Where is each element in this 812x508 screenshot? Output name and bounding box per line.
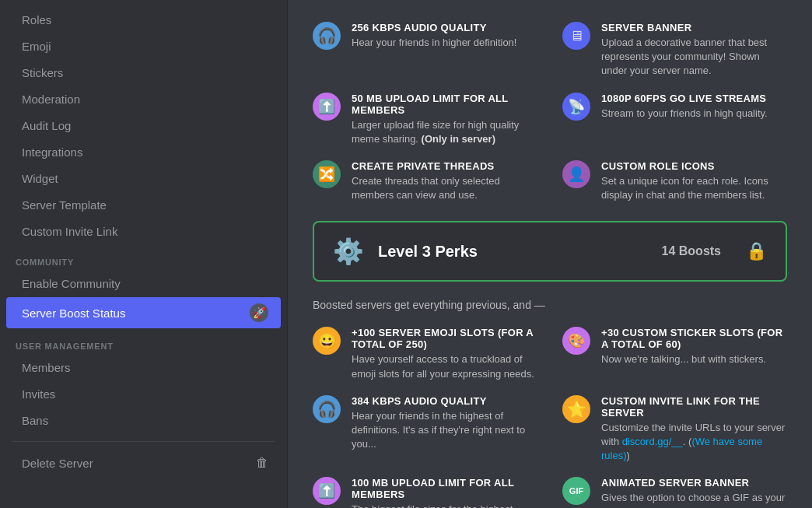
sidebar-item-emoji[interactable]: Emoji [6,33,281,59]
server-boost-icon: 🚀 [250,303,268,322]
discord-gg-link[interactable]: discord.gg/__ [622,436,683,447]
perk-custom-invite: ⭐ CUSTOM INVITE LINK FOR THE SERVER Cust… [562,395,787,464]
sidebar-item-roles[interactable]: Roles [6,7,281,33]
sidebar-item-invites[interactable]: Invites [6,381,281,407]
level-card: ⚙️ Level 3 Perks 14 Boosts 🔒 [313,221,787,282]
perk-icon-audio-quality: 🎧 [313,22,341,50]
perk-audio-quality: 🎧 256 KBPS AUDIO QUALITY Hear your frien… [313,22,537,79]
perk-custom-role-icons: 👤 CUSTOM ROLE ICONS Set a unique icon fo… [562,160,787,202]
sidebar-item-delete-server[interactable]: Delete Server 🗑 [6,450,281,476]
perk-icon-emoji-slots: 😀 [313,327,341,355]
perk-audio-384: 🎧 384 KBPS AUDIO QUALITY Hear your frien… [313,395,537,464]
perk-upload-limit: ⬆️ 50 MB UPLOAD LIMIT FOR ALL MEMBERS La… [313,93,537,146]
main-content: 🎧 256 KBPS AUDIO QUALITY Hear your frien… [288,0,812,508]
perk-go-live: 📡 1080P 60FPS GO LIVE STREAMS Stream to … [562,93,787,146]
sidebar-item-enable-community[interactable]: Enable Community [6,271,281,296]
sidebar-item-audit-log[interactable]: Audit Log [6,113,281,138]
sidebar-item-widget[interactable]: Widget [6,166,281,191]
perk-icon-private-threads: 🔀 [313,160,341,188]
perk-icon-upload-limit: ⬆️ [313,93,341,121]
perk-upload-100: ⬆️ 100 MB UPLOAD LIMIT FOR ALL MEMBERS T… [313,477,537,508]
perk-icon-server-banner: 🖥 [562,22,590,50]
sidebar-section-community-label: COMMUNITY [0,245,287,270]
sidebar-item-members[interactable]: Members [6,355,281,380]
bottom-perks-grid: 😀 +100 SERVER EMOJI SLOTS (FOR A TOTAL O… [313,327,787,508]
perk-server-banner: 🖥 SERVER BANNER Upload a decorative bann… [562,22,787,79]
sidebar-item-server-template[interactable]: Server Template [6,192,281,218]
perk-icon-audio-384: 🎧 [313,395,341,423]
perk-icon-go-live: 📡 [562,93,590,121]
perk-icon-sticker-slots: 🎨 [562,327,590,355]
perk-icon-animated-banner: GIF [562,477,590,505]
perk-icon-upload-100: ⬆️ [313,477,341,505]
perk-emoji-slots: 😀 +100 SERVER EMOJI SLOTS (FOR A TOTAL O… [313,327,537,380]
level-card-icon: ⚙️ [333,236,364,266]
perk-sticker-slots: 🎨 +30 CUSTOM STICKER SLOTS (FOR A TOTAL … [562,327,787,380]
perk-icon-custom-role-icons: 👤 [562,160,590,188]
perk-private-threads: 🔀 CREATE PRIVATE THREADS Create threads … [313,160,537,202]
sidebar-item-bans[interactable]: Bans [6,408,281,433]
sidebar-item-stickers[interactable]: Stickers [6,60,281,86]
sidebar-item-moderation[interactable]: Moderation [6,86,281,112]
sidebar-item-server-boost-status[interactable]: Server Boost Status 🚀 [6,297,281,328]
sidebar-item-integrations[interactable]: Integrations [6,139,281,165]
sidebar-item-custom-invite-link[interactable]: Custom Invite Link [6,219,281,244]
perk-animated-banner: GIF ANIMATED SERVER BANNER Gives the opt… [562,477,787,508]
boosted-intro: Boosted servers get everything previous,… [313,299,787,311]
lock-icon: 🔒 [746,241,767,261]
top-perks-grid: 🎧 256 KBPS AUDIO QUALITY Hear your frien… [313,22,787,202]
perk-icon-custom-invite: ⭐ [562,395,590,423]
trash-icon: 🗑 [256,456,268,470]
sidebar: Roles Emoji Stickers Moderation Audit Lo… [0,0,288,508]
sidebar-section-user-management-label: USER MANAGEMENT [0,329,287,354]
